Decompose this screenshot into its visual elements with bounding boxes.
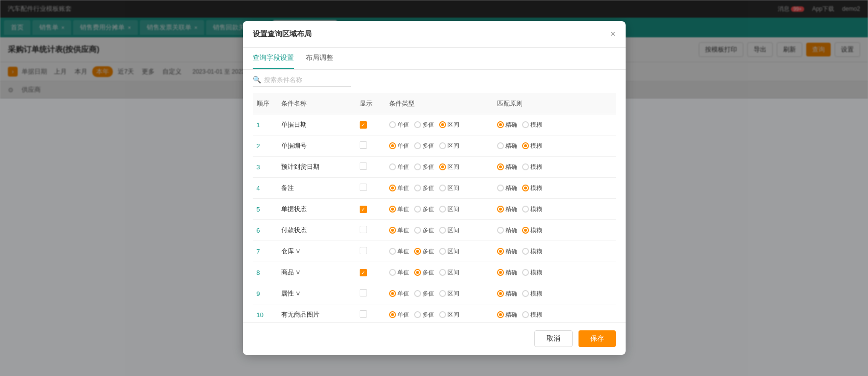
th-match: 匹配原则 <box>493 97 581 99</box>
tab-layout-adjust[interactable]: 布局调整 <box>306 48 333 69</box>
modal-header: 设置查询区域布局 × <box>243 21 626 48</box>
modal-search-area: 🔍 <box>243 70 626 93</box>
th-name: 条件名称 <box>277 97 356 99</box>
th-type: 条件类型 <box>385 97 493 99</box>
table-header-wrapper: 顺序 条件名称 显示 条件类型 匹配原则 <box>243 93 626 99</box>
search-input[interactable] <box>264 76 342 83</box>
modal-title: 设置查询区域布局 <box>253 29 312 39</box>
th-display: 显示 <box>356 97 385 99</box>
modal-tabs: 查询字段设置 布局调整 <box>243 48 626 70</box>
modal-dialog: 设置查询区域布局 × 查询字段设置 布局调整 🔍 顺序 条件名称 显示 条件类型… <box>243 21 626 99</box>
th-order: 顺序 <box>253 97 277 99</box>
search-icon: 🔍 <box>253 76 261 83</box>
modal-overlay: 设置查询区域布局 × 查询字段设置 布局调整 🔍 顺序 条件名称 显示 条件类型… <box>0 0 868 99</box>
tab-query-fields[interactable]: 查询字段设置 <box>253 48 294 69</box>
modal-close-button[interactable]: × <box>610 29 616 39</box>
modal-table-header: 顺序 条件名称 显示 条件类型 匹配原则 <box>253 93 616 99</box>
search-wrap: 🔍 <box>253 76 351 87</box>
